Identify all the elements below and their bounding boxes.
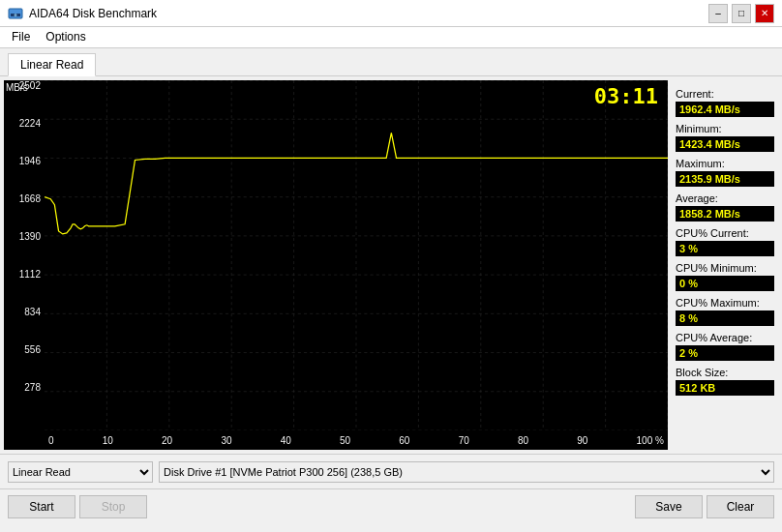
window: AIDA64 Disk Benchmark – □ ✕ File Options… (0, 0, 782, 523)
cpu-maximum-value: 8 % (676, 310, 774, 326)
window-title: AIDA64 Disk Benchmark (29, 7, 708, 20)
menu-options[interactable]: Options (38, 29, 93, 45)
x-label-60: 60 (399, 435, 409, 446)
x-label-30: 30 (221, 435, 231, 446)
y-label-8: 278 (24, 382, 41, 393)
menu-bar: File Options (0, 27, 782, 48)
maximum-label: Maximum: (676, 158, 774, 169)
stats-panel: Current: 1962.4 MB/s Minimum: 1423.4 MB/… (672, 80, 778, 450)
y-label-5: 1112 (19, 269, 41, 280)
block-size-label: Block Size: (676, 367, 774, 378)
cpu-average-label: CPU% Average: (676, 332, 774, 343)
chart-canvas (45, 80, 668, 430)
bottom-controls-bar: Linear Read Disk Drive #1 [NVMe Patriot … (0, 454, 782, 488)
main-area: MB/s 03:11 2502 2224 1946 1668 1390 1112… (0, 76, 782, 454)
clear-button[interactable]: Clear (707, 495, 774, 518)
tab-bar: Linear Read (0, 48, 782, 76)
block-size-value: 512 KB (676, 380, 774, 396)
cpu-maximum-label: CPU% Maximum: (676, 297, 774, 309)
minimum-label: Minimum: (676, 123, 774, 134)
chart-area: MB/s 03:11 2502 2224 1946 1668 1390 1112… (4, 80, 668, 450)
y-label-9 (38, 420, 41, 430)
cpu-current-value: 3 % (676, 241, 774, 256)
start-button[interactable]: Start (8, 495, 75, 518)
x-label-50: 50 (340, 435, 350, 446)
y-axis: 2502 2224 1946 1668 1390 1112 834 556 27… (4, 80, 45, 430)
y-label-3: 1668 (19, 193, 41, 204)
maximize-button[interactable]: □ (732, 4, 751, 23)
x-label-70: 70 (459, 435, 469, 446)
current-label: Current: (676, 88, 774, 100)
window-controls: – □ ✕ (708, 4, 774, 23)
cpu-minimum-value: 0 % (676, 276, 774, 291)
y-label-7: 556 (24, 344, 41, 355)
current-value: 1962.4 MB/s (676, 102, 774, 117)
x-axis: 0 10 20 30 40 50 60 70 80 90 100 % (45, 430, 668, 450)
cpu-current-label: CPU% Current: (676, 227, 774, 239)
y-label-1: 2224 (19, 118, 41, 129)
x-label-10: 10 (103, 435, 113, 446)
x-label-0: 0 (48, 435, 54, 446)
app-icon (8, 6, 23, 21)
y-label-4: 1390 (19, 231, 41, 242)
drive-select[interactable]: Disk Drive #1 [NVMe Patriot P300 256] (2… (159, 461, 774, 483)
y-label-0: 2502 (19, 80, 41, 91)
svg-point-2 (15, 14, 17, 16)
y-label-6: 834 (24, 307, 41, 317)
cpu-minimum-label: CPU% Minimum: (676, 262, 774, 274)
x-label-100: 100 % (637, 435, 664, 446)
x-label-80: 80 (518, 435, 528, 446)
minimize-button[interactable]: – (708, 4, 728, 23)
save-button[interactable]: Save (635, 495, 703, 518)
average-label: Average: (676, 192, 774, 204)
x-label-40: 40 (281, 435, 291, 446)
title-bar: AIDA64 Disk Benchmark – □ ✕ (0, 0, 782, 27)
chart-svg (45, 80, 668, 430)
tab-linear-read[interactable]: Linear Read (8, 53, 96, 76)
close-button[interactable]: ✕ (755, 4, 774, 23)
x-label-20: 20 (162, 435, 172, 446)
bottom-buttons-bar: Start Stop Save Clear (0, 488, 782, 523)
y-label-2: 1946 (19, 156, 41, 166)
cpu-average-value: 2 % (676, 345, 774, 361)
menu-file[interactable]: File (4, 29, 38, 45)
stop-button[interactable]: Stop (79, 495, 147, 518)
test-type-select[interactable]: Linear Read (8, 461, 153, 483)
average-value: 1858.2 MB/s (676, 206, 774, 222)
maximum-value: 2135.9 MB/s (676, 171, 774, 187)
minimum-value: 1423.4 MB/s (676, 136, 774, 152)
x-label-90: 90 (577, 435, 587, 446)
